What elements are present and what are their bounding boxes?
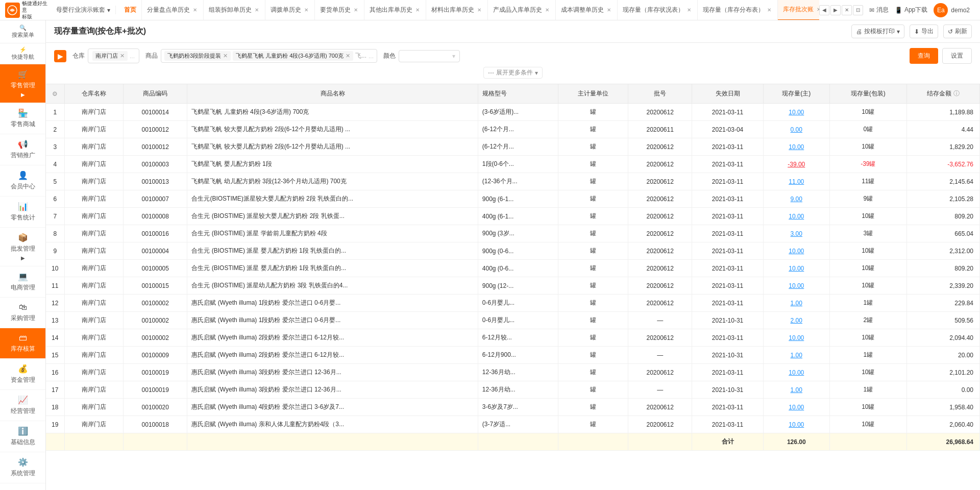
tab-close-8[interactable]: ✕	[606, 6, 612, 14]
row-qty-main[interactable]: 2.00	[763, 312, 829, 329]
sidebar-search[interactable]: 🔍 搜索菜单	[0, 20, 45, 43]
tab-close-7[interactable]: ✕	[544, 6, 550, 14]
row-qty-main[interactable]: 1.00	[763, 295, 829, 312]
tab-home[interactable]: 首页	[119, 0, 142, 20]
tab-close-10[interactable]: ✕	[766, 6, 772, 14]
row-qty-main[interactable]: 10.00	[763, 277, 829, 295]
row-qty-pkg: 1罐	[829, 381, 906, 399]
refresh-icon: ↺	[948, 28, 953, 35]
row-expire: 2021-03-11	[692, 104, 763, 121]
app-download-btn[interactable]: 📱 App下载	[895, 6, 927, 14]
sidebar-item-purchase[interactable]: 🛍 采购管理	[0, 298, 45, 328]
row-name: 飞鹤星飞帆 儿童奶粉 4段(3-6岁适用) 700克	[187, 104, 478, 121]
row-qty-main[interactable]: -39.00	[763, 156, 829, 173]
tab-5[interactable]: 其他出库单历史 ✕	[364, 0, 426, 20]
sidebar-item-system[interactable]: ⚙️ 系统管理	[0, 452, 45, 483]
row-qty-main[interactable]: 10.00	[763, 138, 829, 156]
expand-more-btn[interactable]: ⋯ 展开更多条件 ▾	[483, 67, 543, 79]
refresh-btn[interactable]: ↺ 刷新	[943, 24, 972, 38]
user-area[interactable]: Ea demo2	[934, 3, 970, 17]
row-qty-main[interactable]: 10.00	[763, 364, 829, 381]
sidebar-item-member[interactable]: 👤 会员中心	[0, 165, 45, 197]
amount-info-icon[interactable]: ⓘ	[953, 90, 960, 97]
tab-6[interactable]: 材料出库单历史 ✕	[426, 0, 488, 20]
sidebar-item-stats[interactable]: 📊 零售统计	[0, 197, 45, 228]
print-btn[interactable]: 🖨 按模板打印 ▾	[851, 24, 904, 38]
tab-close-3[interactable]: ✕	[303, 6, 309, 14]
sidebar-item-basic[interactable]: ℹ️ 基础信息	[0, 421, 45, 452]
tab-7[interactable]: 产成品入库单历史 ✕	[488, 0, 556, 20]
product-tag-0-close[interactable]: ✕	[223, 53, 228, 59]
row-amount: 1,189.88	[906, 104, 979, 121]
tab-close-4[interactable]: ✕	[353, 6, 359, 14]
tab-close-2[interactable]: ✕	[254, 6, 260, 14]
tab-10[interactable]: 现存量（库存分布表） ✕	[698, 0, 778, 20]
row-expire: 2021-03-11	[692, 208, 763, 225]
tab-close-1[interactable]: ✕	[192, 6, 198, 14]
message-btn[interactable]: ✉ 消息	[869, 6, 889, 14]
row-qty-main[interactable]: 10.00	[763, 242, 829, 260]
row-no: 10	[46, 260, 64, 277]
row-qty-main[interactable]: 9.00	[763, 190, 829, 208]
sidebar-item-marketing[interactable]: 📢 营销推广	[0, 134, 45, 165]
row-qty-main[interactable]: 10.00	[763, 260, 829, 277]
tab-3[interactable]: 调拨单历史 ✕	[265, 0, 315, 20]
product-tag-1-close[interactable]: ✕	[346, 53, 350, 59]
tab-close-9[interactable]: ✕	[686, 6, 692, 14]
sidebar-item-wholesale[interactable]: 📦 批发管理 ▶	[0, 228, 45, 266]
row-qty-main[interactable]: 10.00	[763, 399, 829, 416]
tab-4[interactable]: 要货单历史 ✕	[315, 0, 364, 20]
row-qty-main[interactable]: 10.00	[763, 416, 829, 433]
table-settings-icon[interactable]: ⚙	[52, 90, 58, 97]
nav-prev[interactable]: ◀	[819, 5, 829, 15]
row-amount: -3,652.76	[906, 156, 979, 173]
row-qty-main[interactable]: 3.00	[763, 225, 829, 242]
filter-expand-btn[interactable]: ▶	[54, 50, 66, 62]
nav-next[interactable]: ▶	[830, 5, 841, 15]
row-qty-pkg: 10罐	[829, 138, 906, 156]
row-unit: 罐	[558, 295, 628, 312]
row-qty-main[interactable]: 1.00	[763, 347, 829, 364]
color-label: 颜色	[383, 52, 396, 60]
row-amount: 2,060.40	[906, 416, 979, 433]
tab-close-11[interactable]: ✕	[816, 6, 819, 13]
query-btn[interactable]: 查询	[910, 48, 938, 64]
sidebar-quick-nav[interactable]: ⚡ 快捷导航	[0, 43, 45, 64]
product-input[interactable]: 飞鹤奶粉3段阶段提装 ✕ 飞鹤星飞帆 儿童奶粉 4段(3-6岁适用) 700克 …	[161, 49, 377, 63]
nav-expand[interactable]: ⊡	[853, 5, 863, 15]
tab-close-6[interactable]: ✕	[476, 6, 482, 14]
sidebar-item-collab[interactable]: 🤝 企业协同	[0, 483, 45, 490]
tab-1[interactable]: 分量盘点单历史 ✕	[142, 0, 204, 20]
table-row: 12 南岸门店 00100002 惠氏启赋 (Wyeth illuma) 1段奶…	[46, 295, 980, 312]
color-input[interactable]: ▾	[399, 50, 460, 62]
row-expire: 2021-03-11	[692, 190, 763, 208]
row-spec: (3-7岁适...	[478, 416, 558, 433]
sidebar-item-retail-mall[interactable]: 🏪 零售商城	[0, 103, 45, 134]
row-qty-main[interactable]: 10.00	[763, 208, 829, 225]
row-warehouse: 南岸门店	[64, 347, 124, 364]
row-qty-main[interactable]: 0.00	[763, 121, 829, 138]
sidebar-item-finance[interactable]: 💰 资金管理	[0, 359, 45, 390]
sidebar-item-retail-mgmt[interactable]: 🛒 零售管理 ▶	[0, 64, 45, 103]
avatar: Ea	[934, 3, 948, 17]
tab-2[interactable]: 组装拆卸单历史 ✕	[204, 0, 265, 20]
settings-btn[interactable]: 设置	[942, 48, 972, 64]
nav-close[interactable]: ✕	[842, 5, 852, 15]
row-qty-main[interactable]: 10.00	[763, 329, 829, 347]
tab-close-5[interactable]: ✕	[414, 6, 421, 14]
row-qty-main[interactable]: 10.00	[763, 104, 829, 121]
col-spec-header: 规格型号	[478, 84, 558, 104]
row-qty-main[interactable]: 11.00	[763, 173, 829, 190]
warehouse-input[interactable]: 南岸门店 ✕ ...	[88, 48, 139, 63]
tab-11[interactable]: 库存批次账 ✕	[778, 0, 819, 20]
warehouse-tag-close[interactable]: ✕	[120, 53, 125, 59]
tab-8[interactable]: 成本调整单历史 ✕	[556, 0, 618, 20]
sidebar-item-inventory[interactable]: 🗃 库存核算	[0, 328, 45, 359]
tab-9[interactable]: 现存量（库存状况表） ✕	[618, 0, 698, 20]
row-qty-main[interactable]: 1.00	[763, 381, 829, 399]
row-batch: 20200612	[628, 208, 692, 225]
export-btn[interactable]: ⬇ 导出	[910, 24, 938, 38]
data-table: ⚙ 仓库名称 商品编码 商品名称 规格型号 主计量单位 批号 失效日期 现存量(…	[46, 84, 980, 451]
sidebar-item-ecommerce[interactable]: 💻 电商管理	[0, 266, 45, 298]
sidebar-item-ops[interactable]: 📈 经营管理	[0, 390, 45, 421]
